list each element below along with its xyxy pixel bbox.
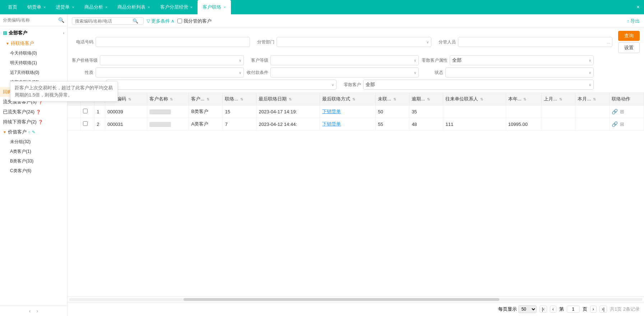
dept-label: 分管部门 xyxy=(253,39,274,45)
next-page-icon[interactable]: › xyxy=(35,307,40,315)
nav-purchase-label: 进货单 xyxy=(56,4,70,10)
scroll-track[interactable] xyxy=(69,298,643,301)
chevron-right-icon: › xyxy=(63,31,64,35)
scroll-thumb[interactable] xyxy=(184,298,499,301)
td-actions-2: 🔗 ⊞ xyxy=(609,118,644,131)
more-conditions-button[interactable]: ▽ 更多条件 ∧ xyxy=(147,18,175,24)
th-last-month[interactable]: 上月... ⇅ xyxy=(542,93,575,105)
nav-purchase[interactable]: 进货单 × xyxy=(51,0,79,14)
sidebar-item-7days-pending[interactable]: 近7天待联络(0) xyxy=(0,68,67,77)
td-checkbox-2[interactable] xyxy=(80,118,94,131)
sidebar-search-icon[interactable]: 🔍 xyxy=(58,17,64,23)
th-unit-contact[interactable]: 往来单位联系人 ⇅ xyxy=(443,93,506,105)
per-page-select[interactable]: 50 100 xyxy=(518,305,537,313)
payment-select[interactable]: ∨ xyxy=(270,67,419,77)
sidebar-all-customers[interactable]: ⊞ 全部客户 › xyxy=(0,28,67,38)
retailcust-select[interactable]: 全部 ∨ xyxy=(363,80,594,90)
nav-sales[interactable]: 销货单 × xyxy=(22,0,51,14)
nav-customer-contact[interactable]: 客户联络 × xyxy=(198,0,231,14)
th-cust-level[interactable]: 客户... ⇅ xyxy=(189,93,223,105)
close-icon[interactable]: × xyxy=(148,5,150,9)
sidebar-item-today-pending[interactable]: 今天待联络(0) xyxy=(0,48,67,58)
grid-icon-1[interactable]: ⊞ xyxy=(620,109,624,114)
gender-label: 性质 xyxy=(72,70,93,76)
export-button[interactable]: ↑ 导出 xyxy=(627,18,640,24)
row-checkbox-2[interactable] xyxy=(83,121,88,126)
sidebar-group-pending[interactable]: ▼ 待联络客户 xyxy=(0,38,67,48)
retailattr-select[interactable]: 全部 ∨ xyxy=(450,55,594,65)
close-icon[interactable]: × xyxy=(43,5,46,9)
th-contact-count[interactable]: 联络... ⇅ xyxy=(223,93,256,105)
sidebar-item-class-b[interactable]: B类客户(33) xyxy=(0,156,67,166)
dots-icon: ... xyxy=(607,40,610,44)
horizontal-scrollbar[interactable] xyxy=(68,296,644,302)
phone-input[interactable] xyxy=(96,37,250,47)
td-unit-contact-2: 111 xyxy=(443,118,506,131)
th-this-year[interactable]: 本年... ⇅ xyxy=(506,93,542,105)
sidebar-bottom: ‹ › xyxy=(0,306,67,316)
close-icon[interactable]: × xyxy=(223,5,226,9)
nav-product-analysis-label: 商品分析 xyxy=(84,4,103,10)
edit-icon[interactable]: ✎ xyxy=(32,130,35,135)
status-select[interactable]: ∨ xyxy=(445,67,594,77)
nav-product-analysis[interactable]: 商品分析 × xyxy=(79,0,112,14)
sort-icon3: ⇅ xyxy=(207,97,209,101)
my-customers-checkbox[interactable] xyxy=(177,19,182,23)
sidebar-group-value[interactable]: ▼ 价值客户 ○ ✎ xyxy=(0,127,67,137)
sidebar-item-lost[interactable]: 已流失客户(24) ❓ xyxy=(0,107,67,117)
page-suffix: 页 xyxy=(583,306,587,312)
chevron-down-icon2: ∨ xyxy=(239,58,241,62)
sidebar-item-ungrouped[interactable]: 未分组(32) xyxy=(0,137,67,147)
row-checkbox-1[interactable] xyxy=(83,109,88,113)
sidebar-item-class-c[interactable]: C类客户(6) xyxy=(0,166,67,176)
dept-select[interactable]: ∨ xyxy=(277,37,431,47)
last-page-button[interactable]: ›| xyxy=(599,306,607,313)
custlevel-select[interactable]: ∨ xyxy=(270,55,419,65)
sidebar-item-declining[interactable]: 持续下滑客户(2) ❓ xyxy=(0,117,67,127)
custtype-select[interactable]: ∨ xyxy=(106,80,337,90)
th-last-contact-method[interactable]: 最后联络方式 ⇅ xyxy=(320,93,376,105)
nav-customer-tier-label: 客户分层经营 xyxy=(160,4,188,10)
filter-search-icon[interactable]: 🔍 xyxy=(133,18,138,24)
next-page-button[interactable]: › xyxy=(590,306,597,313)
link-icon-2[interactable]: 🔗 xyxy=(612,121,618,127)
nav-product-analysis-list[interactable]: 商品分析列表 × xyxy=(112,0,155,14)
close-icon[interactable]: × xyxy=(72,5,74,9)
filter-cell-phone: 电话号码 xyxy=(72,37,250,47)
link-icon-1[interactable]: 🔗 xyxy=(612,109,618,114)
td-last-contact-method-1[interactable]: 下销货单 xyxy=(320,105,376,118)
query-button[interactable]: 查询 xyxy=(618,31,640,41)
sidebar-item-class-a[interactable]: A类客户(1) xyxy=(0,147,67,156)
th-last-contact-date[interactable]: 最后联络日期 ⇅ xyxy=(256,93,320,105)
search-input[interactable] xyxy=(75,19,133,24)
filter-cell-payment: 收付款条件 ∨ xyxy=(247,67,419,77)
close-icon[interactable]: × xyxy=(105,5,107,9)
td-last-contact-method-2[interactable]: 下销货单 xyxy=(320,118,376,131)
prev-page-icon[interactable]: ‹ xyxy=(28,307,32,315)
pricelevel-select[interactable]: ∨ xyxy=(100,55,244,65)
sidebar-item-tomorrow-pending[interactable]: 明天待联络(1) xyxy=(0,58,67,68)
filter-cell-retailattr: 零散客户属性 全部 ∨ xyxy=(422,55,594,65)
person-select[interactable]: ... xyxy=(458,37,612,47)
close-icon[interactable]: × xyxy=(190,5,193,9)
th-this-month[interactable]: 本月... ⇅ xyxy=(575,93,609,105)
nav-home[interactable]: 首页 xyxy=(3,0,22,14)
nav-customer-tier[interactable]: 客户分层经营 × xyxy=(155,0,198,14)
first-page-button[interactable]: |‹ xyxy=(539,306,547,313)
settings-button[interactable]: 设置 xyxy=(618,42,640,53)
close-all-button[interactable]: × xyxy=(636,4,640,10)
cust-name-blurred-2 xyxy=(149,122,171,127)
td-cust-code-2: 000031 xyxy=(105,118,147,131)
gender-select[interactable]: ∨ xyxy=(96,67,244,77)
filter-cell-gender: 性质 ∨ xyxy=(72,67,244,77)
prev-page-button[interactable]: ‹ xyxy=(550,306,556,313)
grid-icon-2[interactable]: ⊞ xyxy=(620,121,624,127)
per-page-wrap: 每页显示 50 100 xyxy=(498,305,537,313)
th-unread[interactable]: 未联... ⇅ xyxy=(376,93,409,105)
chevron-down-icon6: ∨ xyxy=(414,71,416,75)
sidebar-search-input[interactable] xyxy=(3,18,57,23)
td-checkbox-1[interactable] xyxy=(80,105,94,118)
th-overdue[interactable]: 逾期... ⇅ xyxy=(409,93,443,105)
page-input[interactable] xyxy=(567,306,580,313)
th-cust-name[interactable]: 客户名称 ⇅ xyxy=(147,93,189,105)
